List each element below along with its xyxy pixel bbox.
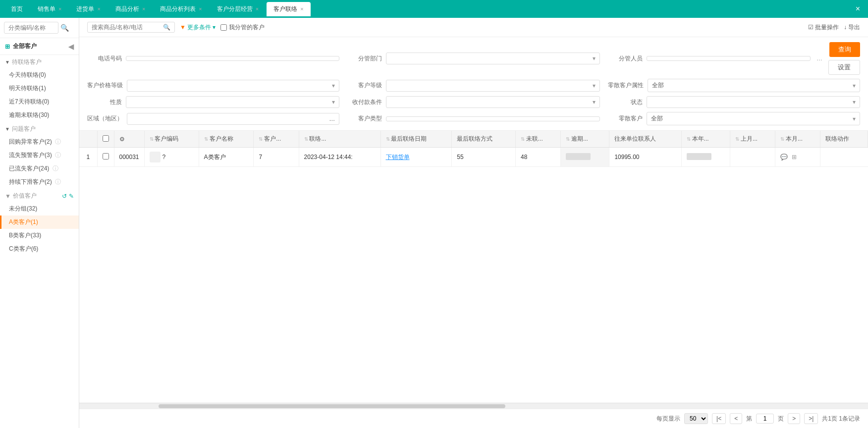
customer-type-input[interactable] [386,116,599,121]
col-unit-contact[interactable]: 往来单位联系人 [609,131,681,148]
more-conditions-btn[interactable]: ▼ 更多条件 ▾ [180,23,216,32]
sidebar-item-unclassified[interactable]: 未分组(32) [0,202,79,215]
col-checkbox[interactable] [97,131,114,148]
payment-input[interactable]: ▾ [386,96,599,108]
sidebar-item-loss-warning[interactable]: 流失预警客户(3) ⓘ [0,149,79,162]
phone-input[interactable] [126,56,339,61]
dept-input[interactable]: ▾ [386,53,599,64]
sidebar-item-7days[interactable]: 近7天待联络(0) [0,95,79,108]
person-input[interactable] [647,56,811,61]
tab-analysis-list[interactable]: 商品分析列表 × [153,2,209,16]
col-customer-code[interactable]: ⇅ 客户编码 [144,131,199,148]
col-settings[interactable]: ⚙ [114,131,144,148]
area-input[interactable]: … [127,113,339,125]
col-sort-icon-2: ⇅ [204,136,210,142]
horizontal-scrollbar[interactable] [79,403,868,409]
col-sort-icon-9: ⇅ [735,136,741,142]
filter-row-price-level: 客户价格等级 ▾ [87,79,339,92]
cell-last-contact-method[interactable]: 下销货单 [380,148,452,167]
cell-checkbox[interactable] [97,148,114,167]
col-this-year[interactable]: ⇅ 本年... [681,131,730,148]
sidebar-item-tomorrow[interactable]: 明天待联络(1) [0,82,79,95]
main-search-input[interactable] [92,24,161,31]
col-sort-icon-4: ⇅ [304,136,310,142]
close-tab-customer-contact[interactable]: × [300,6,303,12]
status-label: 状态 [608,98,643,107]
sidebar-item-today[interactable]: 今天待联络(0) [0,68,79,82]
customer-level-input[interactable]: ▾ [386,80,599,92]
col-index [79,131,97,148]
price-level-arrow-icon: ▾ [332,82,335,89]
close-all-tabs[interactable]: × [852,2,864,15]
page-number-input[interactable] [756,414,774,424]
tab-customer-contact[interactable]: 客户联络 × [267,2,310,16]
col-last-month[interactable]: ⇅ 上月... [730,131,775,148]
my-customers-checkbox[interactable] [220,24,227,31]
sidebar-item-overdue[interactable]: 逾期未联络(30) [0,108,79,122]
col-this-month[interactable]: ⇅ 本月... [775,131,820,148]
export-btn[interactable]: ↓ 导出 [844,23,860,32]
sidebar-item-class-b[interactable]: B类客户(33) [0,229,79,242]
select-all-checkbox[interactable] [103,135,109,142]
scrollbar-thumb[interactable] [159,404,505,408]
chat-icon[interactable]: 💬 [780,154,788,160]
col-sort-icon-8: ⇅ [687,136,692,142]
page-size-select[interactable]: 50 [684,413,708,424]
sidebar-item-class-c[interactable]: C类客户(6) [0,242,79,256]
prev-page-btn[interactable]: < [730,413,742,424]
last-page-btn[interactable]: >| [804,413,818,424]
status-input[interactable]: ▾ [647,96,860,108]
tab-purchase[interactable]: 进货单 × [69,2,107,16]
my-customers-checkbox-label[interactable]: 我分管的客户 [220,23,265,32]
batch-op-btn[interactable]: ☑ 批量操作 [808,23,839,32]
person-more-icon[interactable]: … [814,55,824,62]
dept-label: 分管部门 [347,54,382,63]
col-last-contact-method[interactable]: 最后联络方式 [452,131,516,148]
close-tab-purchase[interactable]: × [97,6,100,12]
main-search[interactable]: 🔍 [87,22,175,33]
sidebar-item-lost[interactable]: 已流失客户(24) ⓘ [0,162,79,175]
col-no-contact[interactable]: ⇅ 未联... [516,131,561,148]
query-button[interactable]: 查询 [829,42,860,57]
sidebar-search-icon[interactable]: 🔍 [60,24,69,32]
sidebar-collapse-icon[interactable]: ◀ [68,43,74,51]
sidebar-item-repurchase-abnormal[interactable]: 回购异常客户(2) ⓘ [0,135,79,149]
close-tab-analysis[interactable]: × [142,6,145,12]
first-page-btn[interactable]: |< [712,413,726,424]
sidebar-item-declining[interactable]: 持续下滑客户(2) ⓘ [0,175,79,189]
customer-level-label: 客户等级 [347,81,382,90]
sidebar-all-customers-header[interactable]: ⊞ 全部客户 ◀ [0,38,79,55]
close-tab-analysis-list[interactable]: × [199,6,202,12]
nature-input[interactable]: ▾ [126,96,339,108]
row-checkbox[interactable] [103,153,109,160]
cell-customer-name[interactable]: ? [145,148,199,166]
dept-arrow-icon: ▾ [593,55,596,62]
nature-arrow-icon: ▾ [332,99,335,106]
zero-retail-input[interactable]: 全部 ▾ [647,112,860,125]
set-button[interactable]: 设置 [828,60,860,75]
sidebar-search-input[interactable] [4,22,58,34]
col-contact-action[interactable]: 联络动作 [820,131,868,148]
col-sort-icon-3: ⇅ [259,136,264,142]
tab-customer-tier[interactable]: 客户分层经营 × [210,2,266,16]
tab-analysis[interactable]: 商品分析 × [108,2,152,16]
zero-retail-attr-input[interactable]: 全部 ▾ [648,79,860,92]
close-tab-customer-tier[interactable]: × [256,6,259,12]
col-customer-type[interactable]: ⇅ 客户... [254,131,299,148]
main-search-icon[interactable]: 🔍 [163,24,170,31]
tab-sales[interactable]: 销售单 × [31,2,68,16]
filter-row-zero-retail: 零散客户 全部 ▾ [608,112,860,125]
next-page-btn[interactable]: > [788,413,800,424]
qr-icon[interactable]: ⊞ [792,154,797,160]
col-overdue[interactable]: ⇅ 逾期... [561,131,609,148]
col-sort-icon-5: ⇅ [386,136,391,142]
price-level-input[interactable]: ▾ [127,80,339,92]
col-customer-name[interactable]: ⇅ 客户名称 [199,131,254,148]
tab-home[interactable]: 首页 [4,2,30,16]
edit-icon[interactable]: ✎ [69,193,74,200]
col-contact[interactable]: ⇅ 联络... [299,131,380,148]
sidebar-item-class-a[interactable]: A类客户(1) [0,215,79,229]
close-tab-sales[interactable]: × [58,6,61,12]
col-last-contact-date[interactable]: ⇅ 最后联络日期 [380,131,452,148]
refresh-icon[interactable]: ↺ [62,193,67,200]
